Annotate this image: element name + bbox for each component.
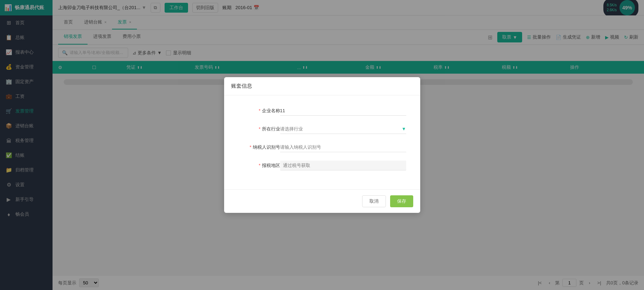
cancel-button[interactable]: 取消: [362, 195, 386, 207]
tax-id-input[interactable]: [280, 142, 406, 152]
tax-region-label: * 报税地区: [238, 162, 280, 169]
industry-select-wrap[interactable]: ▼: [280, 124, 406, 134]
company-name-input[interactable]: [280, 106, 406, 116]
form-row-tax-region: * 报税地区: [238, 161, 406, 170]
company-name-label: * 企业名称: [238, 108, 280, 114]
form-row-company: * 企业名称: [238, 106, 406, 116]
industry-dropdown-icon: ▼: [402, 126, 406, 131]
dialog-footer: 取消 保存: [224, 189, 420, 213]
save-button[interactable]: 保存: [390, 195, 413, 207]
account-info-dialog: 账套信息 * 企业名称 * 所在行业 ▼: [224, 77, 420, 213]
industry-select-input[interactable]: [280, 124, 402, 134]
tax-region-input: [280, 161, 406, 170]
tax-id-label: * 纳税人识别号: [238, 144, 280, 150]
dialog-title: 账套信息: [224, 77, 420, 95]
form-row-industry: * 所在行业 ▼: [238, 124, 406, 134]
industry-label: * 所在行业: [238, 126, 280, 132]
dialog-overlay[interactable]: 账套信息 * 企业名称 * 所在行业 ▼: [0, 0, 644, 290]
form-row-tax-id: * 纳税人识别号: [238, 142, 406, 152]
dialog-body: * 企业名称 * 所在行业 ▼ * 纳税人识: [224, 95, 420, 189]
